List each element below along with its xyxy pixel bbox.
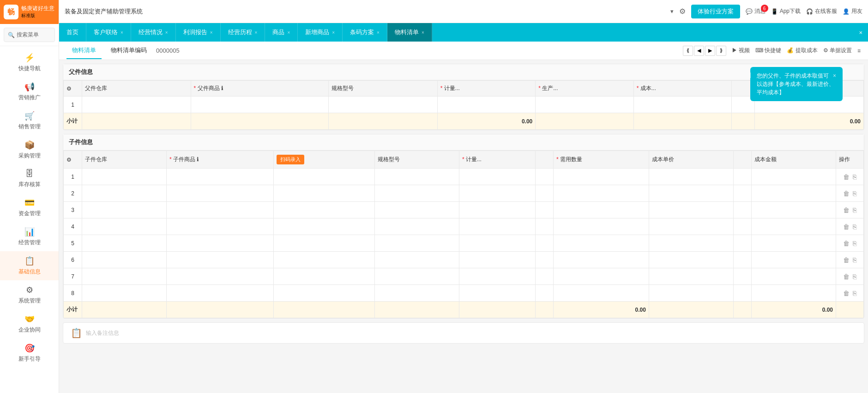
parent-product-cell[interactable] [191,97,329,113]
child-unit-cost-cell[interactable] [649,218,733,235]
copy-icon[interactable]: ⎘ [853,273,856,280]
child-qty-cell[interactable] [553,169,649,185]
search-area[interactable]: 🔍 搜索菜单 [0,24,59,46]
child-unit-cell[interactable] [459,268,535,285]
child-warehouse-cell[interactable] [82,218,167,235]
child-qty-cell[interactable] [553,268,649,285]
copy-icon[interactable]: ⎘ [853,256,856,264]
nav-next[interactable]: ▶ [705,46,715,56]
child-unit-cell[interactable] [459,169,535,185]
tab-customer-close[interactable]: × [121,30,123,35]
sidebar-item-marketing[interactable]: 📢 营销推广 [0,77,59,106]
extract-cost-action[interactable]: 💰 提取成本 [787,47,817,54]
sub-tab-bom-code[interactable]: 物料清单编码 [105,42,152,59]
tab-customer[interactable]: 客户联络 × [86,23,131,42]
child-unit-cell[interactable] [459,218,535,235]
child-warehouse-cell[interactable] [82,235,167,252]
sidebar-item-guide[interactable]: 🎯 新手引导 [0,339,59,368]
child-qty-cell[interactable] [553,202,649,218]
child-spec-cell[interactable] [374,285,459,302]
delete-icon[interactable]: 🗑 [843,240,850,247]
child-unit-cell[interactable] [459,202,535,218]
child-unit-cell[interactable] [459,235,535,252]
parent-warehouse-cell[interactable] [82,97,191,113]
parent-spec-cell[interactable] [329,97,438,113]
doc-settings-action[interactable]: ⚙ 单据设置 [823,47,852,54]
tab-new-goods[interactable]: 新增商品 × [298,23,343,42]
child-spec-cell[interactable] [374,185,459,202]
online-service-button[interactable]: 🎧 在线客服 [806,7,837,15]
tab-new-goods-close[interactable]: × [332,30,335,35]
delete-icon[interactable]: 🗑 [843,206,850,214]
child-product-cell[interactable] [166,185,273,202]
shortcut-action[interactable]: ⌨ 快捷键 [755,47,781,54]
settings-icon[interactable]: ⚙ [679,7,686,16]
close-all-button[interactable]: × [853,23,868,42]
nav-prev-prev[interactable]: ⟪ [683,46,693,56]
copy-icon[interactable]: ⎘ [853,206,856,214]
child-unit-cost-cell[interactable] [649,169,733,185]
child-product-cell[interactable] [166,169,273,185]
nav-next-next[interactable]: ⟫ [716,46,726,56]
tab-bom[interactable]: 物料清单 × [387,23,432,42]
sidebar-item-quicknav[interactable]: ⚡ 快捷导航 [0,48,59,77]
copy-icon[interactable]: ⎘ [853,223,856,230]
tab-goods[interactable]: 商品 × [265,23,298,42]
child-qty-cell[interactable] [553,235,649,252]
trial-button[interactable]: 体验行业方案 [691,5,740,18]
parent-produce-cell[interactable] [536,97,633,113]
th-child-setting[interactable]: ⚙ [64,151,82,169]
sidebar-item-purchase[interactable]: 📦 采购管理 [0,135,59,164]
child-unit-cost-cell[interactable] [649,202,733,218]
th-child-scan[interactable]: 扫码录入 [273,151,374,169]
child-unit-cell[interactable] [459,185,535,202]
tab-operation-close[interactable]: × [165,30,168,35]
tab-history[interactable]: 经营历程 × [221,23,265,42]
child-unit-cell[interactable] [459,285,535,302]
message-button[interactable]: 💬 消息 6 [746,7,766,15]
child-unit-cell[interactable] [459,252,535,268]
parent-unit-cell[interactable] [437,97,535,113]
delete-icon[interactable]: 🗑 [843,223,850,230]
child-spec-cell[interactable] [374,235,459,252]
child-unit-cost-cell[interactable] [649,252,733,268]
child-warehouse-cell[interactable] [82,252,167,268]
dropdown-arrow-icon[interactable]: ▾ [670,8,674,15]
user-button[interactable]: 👤 用友 [843,7,862,15]
child-product-cell[interactable] [166,285,273,302]
child-unit-cost-cell[interactable] [649,285,733,302]
sub-tab-bom-list[interactable]: 物料清单 [66,42,102,59]
sidebar-item-inventory[interactable]: 🗄 库存核算 [0,164,59,193]
sidebar-item-collab[interactable]: 🤝 企业协同 [0,309,59,339]
delete-icon[interactable]: 🗑 [843,290,850,297]
child-unit-cost-cell[interactable] [649,235,733,252]
scan-button[interactable]: 扫码录入 [277,155,304,164]
child-warehouse-cell[interactable] [82,285,167,302]
delete-icon[interactable]: 🗑 [843,256,850,264]
child-qty-cell[interactable] [553,252,649,268]
tab-home[interactable]: 首页 [59,23,86,42]
tab-barcode[interactable]: 条码方案 × [343,23,387,42]
sidebar-item-sales[interactable]: 🛒 销售管理 [0,106,59,135]
sidebar-item-basic-info[interactable]: 📋 基础信息 [0,251,59,280]
child-spec-cell[interactable] [374,268,459,285]
tab-barcode-close[interactable]: × [377,30,380,35]
tab-bom-close[interactable]: × [422,30,424,35]
child-spec-cell[interactable] [374,202,459,218]
child-spec-cell[interactable] [374,169,459,185]
parent-cost-cell[interactable] [633,97,731,113]
child-product-cell[interactable] [166,202,273,218]
tab-profit[interactable]: 利润报告 × [176,23,221,42]
child-unit-cost-cell[interactable] [649,185,733,202]
child-warehouse-cell[interactable] [82,185,167,202]
child-product-cell[interactable] [166,252,273,268]
copy-icon[interactable]: ⎘ [853,173,856,181]
child-qty-cell[interactable] [553,185,649,202]
view-action[interactable]: ▶ 视频 [732,47,750,54]
copy-icon[interactable]: ⎘ [853,290,856,297]
tab-operation[interactable]: 经营情况 × [131,23,176,42]
child-product-cell[interactable] [166,218,273,235]
child-warehouse-cell[interactable] [82,169,167,185]
tab-history-close[interactable]: × [255,30,258,35]
child-unit-cost-cell[interactable] [649,268,733,285]
